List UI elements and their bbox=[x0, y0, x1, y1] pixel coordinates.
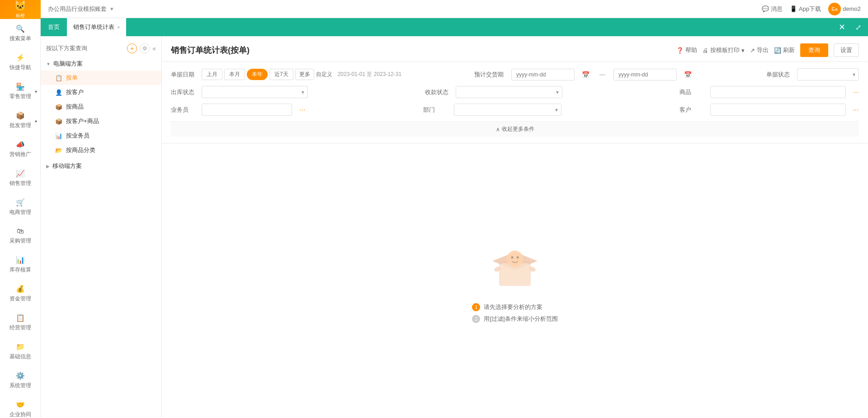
sidebar-item-system[interactable]: ⚙️ 系统管理 bbox=[0, 366, 41, 395]
retail-icon: 🏪 bbox=[16, 82, 25, 91]
product-dots-button[interactable]: ··· bbox=[853, 88, 859, 96]
delivery-status-select[interactable] bbox=[202, 86, 308, 98]
scheme-settings-button[interactable]: ⚙ bbox=[140, 43, 150, 53]
marketing-icon: 📣 bbox=[16, 140, 25, 149]
filter-area: 单据日期 上月 本月 本年 近7天 更多 自定义 2023-01-01 至 20… bbox=[162, 62, 868, 143]
date-quick-buttons: 上月 本月 本年 近7天 更多 自定义 bbox=[202, 69, 332, 80]
status-select[interactable] bbox=[797, 68, 859, 81]
sidebar-item-ecommerce[interactable]: 🛒 电商管理 bbox=[0, 193, 41, 222]
tab-sales-order-stats[interactable]: 销售订单统计表 × bbox=[67, 18, 126, 36]
app-download-icon: 📱 bbox=[790, 5, 797, 12]
by-salesperson-icon: 📊 bbox=[55, 133, 62, 139]
date-btn-last-month[interactable]: 上月 bbox=[202, 69, 222, 80]
date-btn-this-month[interactable]: 本月 bbox=[224, 69, 245, 80]
department-select[interactable] bbox=[454, 104, 561, 116]
scheme-by-customer[interactable]: 👤 按客户 bbox=[41, 85, 161, 100]
scheme-by-customer-product[interactable]: 📦 按客户+商品 bbox=[41, 114, 161, 128]
department-select-wrap: ▾ bbox=[454, 104, 561, 116]
status-label: 单据状态 bbox=[766, 71, 792, 79]
customer-input[interactable] bbox=[710, 104, 846, 116]
desktop-schemes-header[interactable]: ▼ 电脑端方案 bbox=[41, 57, 161, 71]
operation-icon: 📋 bbox=[16, 314, 25, 322]
sales-icon: 📈 bbox=[16, 169, 25, 178]
scheme-by-product[interactable]: 📦 按商品 bbox=[41, 100, 161, 114]
page-title: 销售订单统计表(按单) bbox=[171, 45, 250, 56]
logo-text: 标橙 bbox=[16, 13, 25, 19]
tab-window-actions: ✕ ⤢ bbox=[832, 21, 868, 33]
message-button[interactable]: 💬 消息 bbox=[762, 5, 783, 13]
quick-nav-icon: ⚡ bbox=[16, 53, 25, 62]
sidebar-item-inventory[interactable]: 📊 库存核算 bbox=[0, 250, 41, 279]
date-btn-7days[interactable]: 近7天 bbox=[269, 69, 293, 80]
scheme-by-category[interactable]: 📂 按商品分类 bbox=[41, 143, 161, 157]
tab-close-icon[interactable]: × bbox=[117, 24, 120, 30]
left-panel-actions: + ⚙ « bbox=[127, 43, 156, 53]
tip-num-1: 1 bbox=[472, 303, 480, 311]
window-close-button[interactable]: ✕ bbox=[835, 21, 848, 33]
left-panel-header: 按以下方案查询 + ⚙ « bbox=[41, 42, 161, 57]
product-input[interactable] bbox=[710, 86, 846, 98]
refresh-button[interactable]: 🔄 刷新 bbox=[774, 46, 795, 54]
illustration-svg bbox=[488, 238, 542, 293]
desktop-schemes-label: 电脑端方案 bbox=[53, 60, 83, 68]
user-profile[interactable]: Ea demo2 bbox=[828, 3, 861, 15]
mobile-schemes-header[interactable]: ▶ 移动端方案 bbox=[41, 159, 161, 173]
sidebar-item-enterprise[interactable]: 🤝 企业协同 bbox=[0, 395, 41, 418]
desktop-schemes-arrow: ▼ bbox=[46, 62, 51, 66]
collapse-filters-button[interactable]: ∧ 收起更多条件 bbox=[171, 121, 859, 137]
date-btn-custom[interactable]: 自定义 bbox=[316, 71, 332, 78]
ecommerce-icon: 🛒 bbox=[16, 198, 25, 207]
sidebar-item-retail[interactable]: 🏪 零售管理 ▾ bbox=[0, 77, 41, 106]
payment-status-select[interactable] bbox=[456, 86, 562, 98]
query-button[interactable]: 查询 bbox=[800, 43, 828, 57]
print-button[interactable]: 🖨 按模板打印 ▾ bbox=[703, 46, 745, 54]
sidebar-item-sales[interactable]: 📈 销售管理 bbox=[0, 164, 41, 193]
content-area: 按以下方案查询 + ⚙ « ▼ 电脑端方案 📋 按单 👤 bbox=[41, 36, 868, 418]
mobile-schemes-label: 移动端方案 bbox=[52, 162, 82, 170]
expected-date-end-input[interactable] bbox=[613, 69, 677, 81]
salesperson-dots-button[interactable]: ··· bbox=[299, 106, 305, 114]
sidebar-item-marketing[interactable]: 📣 营销推广 bbox=[0, 135, 41, 164]
by-customer-icon: 👤 bbox=[55, 89, 62, 96]
header-dropdown-icon[interactable]: ▾ bbox=[110, 5, 113, 12]
calendar-end-icon[interactable]: 📅 bbox=[684, 71, 692, 78]
scheme-by-salesperson[interactable]: 📊 按业务员 bbox=[41, 128, 161, 143]
sidebar-item-wholesale[interactable]: 📦 批发管理 ▴ bbox=[0, 106, 41, 135]
help-button[interactable]: ❓ 帮助 bbox=[676, 46, 697, 54]
export-button[interactable]: ↗ 导出 bbox=[750, 46, 769, 54]
app-download-button[interactable]: 📱 App下载 bbox=[790, 5, 821, 13]
collapse-icon: ∧ bbox=[496, 126, 500, 133]
by-product-icon: 📦 bbox=[55, 104, 62, 110]
tab-home[interactable]: 首页 bbox=[41, 18, 67, 36]
expected-date-start-input[interactable] bbox=[511, 69, 575, 81]
svg-point-3 bbox=[507, 251, 523, 267]
scheme-by-order[interactable]: 📋 按单 bbox=[41, 71, 161, 85]
department-label: 部门 bbox=[423, 106, 448, 114]
calendar-start-icon[interactable]: 📅 bbox=[582, 71, 590, 78]
date-label: 单据日期 bbox=[171, 71, 196, 79]
tab-bar: 首页 销售订单统计表 × ✕ ⤢ bbox=[41, 18, 868, 36]
customer-dots-button[interactable]: ··· bbox=[853, 106, 859, 114]
sidebar: 🐱 标橙 🔍 搜索菜单 ⚡ 快捷导航 🏪 零售管理 ▾ 📦 批发管理 ▴ 📣 营… bbox=[0, 0, 41, 418]
panel-collapse-button[interactable]: « bbox=[152, 45, 156, 52]
sidebar-item-operation[interactable]: 📋 经营管理 bbox=[0, 308, 41, 337]
left-panel: 按以下方案查询 + ⚙ « ▼ 电脑端方案 📋 按单 👤 bbox=[41, 36, 162, 418]
window-maximize-button[interactable]: ⤢ bbox=[852, 21, 864, 33]
sidebar-item-search[interactable]: 🔍 搜索菜单 bbox=[0, 19, 41, 48]
app-logo[interactable]: 🐱 标橙 bbox=[0, 0, 41, 19]
filter-row-2: 出库状态 ▾ 收款状态 ▾ bbox=[171, 86, 859, 98]
svg-point-4 bbox=[511, 256, 514, 259]
filter-row-1: 单据日期 上月 本月 本年 近7天 更多 自定义 2023-01-01 至 20… bbox=[171, 68, 859, 81]
settings-button[interactable]: 设置 bbox=[834, 43, 859, 57]
search-icon: 🔍 bbox=[16, 24, 25, 33]
sidebar-item-basic[interactable]: 📁 基础信息 bbox=[0, 337, 41, 366]
print-icon: 🖨 bbox=[703, 47, 708, 54]
salesperson-input[interactable] bbox=[202, 104, 292, 116]
sidebar-item-finance[interactable]: 💰 资金管理 bbox=[0, 279, 41, 308]
sidebar-item-purchase[interactable]: 🛍 采购管理 bbox=[0, 222, 41, 250]
sidebar-item-quick-nav[interactable]: ⚡ 快捷导航 bbox=[0, 48, 41, 77]
add-scheme-button[interactable]: + bbox=[127, 43, 137, 53]
purchase-icon: 🛍 bbox=[17, 227, 24, 235]
date-btn-more[interactable]: 更多 bbox=[295, 69, 314, 80]
date-btn-this-year[interactable]: 本年 bbox=[247, 69, 268, 80]
